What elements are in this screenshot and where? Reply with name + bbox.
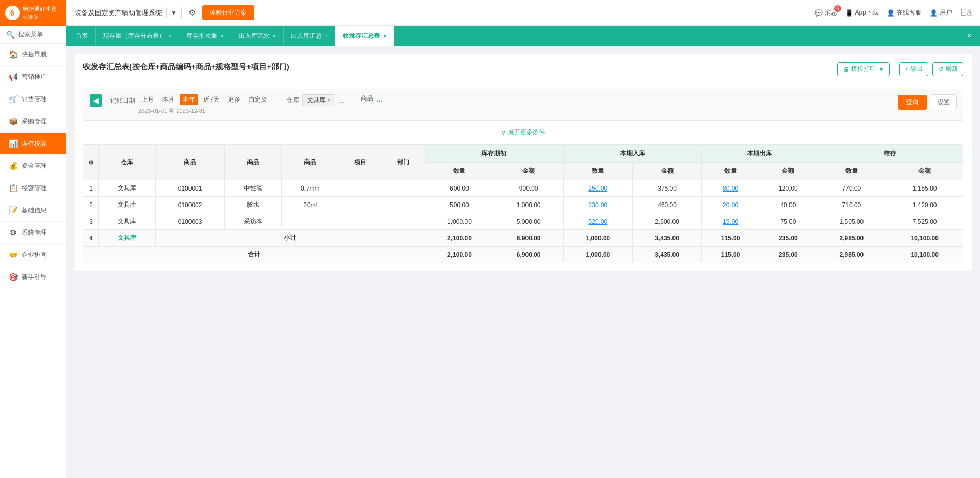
- tab-inout_flow[interactable]: 出入库流水×: [231, 26, 284, 46]
- custom-date-button[interactable]: 自定义: [245, 94, 270, 105]
- warehouse-filter-section: 仓库 文具库 × ...: [287, 94, 345, 106]
- topbar-right: 💬 消息 6 📱 App下载 👤 在线客服 👤 用户 Ea: [815, 7, 972, 18]
- th-gear[interactable]: ⚙: [83, 145, 99, 180]
- row-in-qty[interactable]: 250.00: [563, 180, 633, 197]
- this-month-button[interactable]: 本月: [159, 94, 178, 105]
- last-7days-button[interactable]: 近7天: [200, 94, 223, 105]
- goods-more-button[interactable]: ...: [376, 95, 383, 103]
- row-out-qty[interactable]: 20.00: [701, 197, 759, 213]
- sidebar-item-purchase[interactable]: 📦采购管理: [0, 110, 66, 133]
- system-dropdown[interactable]: ▼: [166, 7, 182, 19]
- row-num: 2: [83, 197, 99, 213]
- sidebar-item-quick_nav[interactable]: 🏠快捷导航: [0, 44, 66, 66]
- tab-close-icon[interactable]: ×: [273, 33, 276, 39]
- warehouse-more-button[interactable]: ...: [339, 96, 345, 105]
- sidebar-item-label: 企业协同: [22, 251, 47, 259]
- row-warehouse: 文具库: [99, 197, 156, 213]
- warehouse-tag-文具库[interactable]: 文具库 ×: [302, 94, 335, 106]
- sidebar-item-inventory[interactable]: 📊库存核算: [0, 133, 66, 155]
- row-out-amt: 120.00: [759, 180, 817, 197]
- th-open-qty: 数量: [425, 163, 494, 180]
- row-project: [339, 180, 382, 197]
- online-service-button[interactable]: 👤 在线客服: [887, 8, 922, 17]
- user-label: 用户: [940, 8, 952, 17]
- template-print-button[interactable]: 🖨 模板打印 ▼: [837, 62, 890, 76]
- row-out-qty[interactable]: 15.00: [701, 213, 759, 230]
- tab-close-icon[interactable]: ×: [168, 33, 171, 39]
- messages-button[interactable]: 💬 消息 6: [815, 8, 837, 17]
- user-icon: 👤: [930, 9, 938, 17]
- tab-home[interactable]: 首页: [68, 26, 96, 46]
- close-all-tabs-button[interactable]: ×: [961, 26, 978, 46]
- tab-close-icon[interactable]: ×: [325, 33, 328, 39]
- sidebar-item-basic_info[interactable]: 📝基础信息: [0, 199, 66, 222]
- filter-toggle-button[interactable]: ◀: [90, 94, 102, 107]
- export-button[interactable]: ↑ 导出: [899, 62, 928, 76]
- row-project: [339, 213, 382, 230]
- th-open-amt: 金额: [494, 163, 563, 180]
- quick_nav-icon: 🏠: [8, 50, 18, 59]
- tab-inventory_dist[interactable]: 现存量（库存分布表）×: [96, 26, 179, 46]
- topbar-expand-icon[interactable]: Ea: [960, 7, 972, 18]
- row-open-amt: 5,000.00: [494, 213, 563, 230]
- row-in-qty[interactable]: 230.00: [563, 197, 633, 213]
- this-year-button[interactable]: 本年: [180, 94, 198, 105]
- logo-title: 畅捷通好生意: [23, 5, 57, 13]
- tab-close-icon[interactable]: ×: [221, 33, 224, 39]
- purchase-icon: 📦: [8, 117, 18, 126]
- tab-batch[interactable]: 库存批次账×: [179, 26, 231, 46]
- settings-button[interactable]: 设置: [931, 94, 957, 110]
- table-row: 3 文具库 0100003 采访本 1,000.00 5,000.00 520.…: [83, 213, 963, 230]
- sidebar-item-sales[interactable]: 🛒销售管理: [0, 88, 66, 110]
- sidebar-item-search[interactable]: 🔍搜索菜单: [0, 26, 66, 44]
- sidebar-item-system[interactable]: ⚙系统管理: [0, 222, 66, 244]
- goods-filter-section: 商品 ...: [361, 94, 383, 103]
- refresh-button[interactable]: ↺ 刷新: [932, 62, 963, 76]
- table-row: 1 文具库 0100001 中性笔 0.7mm 600.00 900.00 25…: [83, 180, 963, 197]
- refresh-label: 刷新: [945, 65, 958, 74]
- refresh-icon: ↺: [938, 66, 943, 73]
- messages-badge: 6: [834, 5, 841, 12]
- sidebar-item-marketing[interactable]: 📢营销推广: [0, 66, 66, 88]
- subtotal-out-amt: 235.00: [759, 230, 817, 247]
- th-goods-code: 商品: [155, 145, 225, 180]
- row-spec: 20ml: [282, 197, 339, 213]
- filter-action-buttons: 查询 设置: [898, 94, 957, 110]
- settings-gear-icon[interactable]: ⚙: [186, 7, 198, 19]
- table-row: 2 文具库 0100002 胶水 20ml 500.00 1,000.00 23…: [83, 197, 963, 213]
- subtotal-out-qty: 115.00: [701, 230, 759, 247]
- row-code: 0100002: [155, 197, 225, 213]
- online-service-label: 在线客服: [897, 8, 922, 17]
- row-out-qty[interactable]: 80.00: [701, 180, 759, 197]
- tab-close-icon[interactable]: ×: [383, 33, 386, 39]
- try-industry-button[interactable]: 体验行业方案: [202, 5, 254, 20]
- row-in-qty[interactable]: 520.00: [563, 213, 633, 230]
- data-table: ⚙ 仓库 商品 商品 商品 项目 部门 库存期初 本期入库 本期出库 结存 数量…: [83, 144, 963, 263]
- app-download-button[interactable]: 📱 App下载: [845, 8, 879, 17]
- user-button[interactable]: 👤 用户: [930, 8, 952, 17]
- sidebar-item-label: 资金管理: [22, 162, 47, 170]
- warehouse-tag-close-icon[interactable]: ×: [328, 97, 331, 103]
- last-month-button[interactable]: 上月: [138, 94, 157, 105]
- more-date-button[interactable]: 更多: [225, 94, 243, 105]
- expand-conditions-button[interactable]: ∨ 展开更多条件: [501, 128, 545, 137]
- tab-label: 现存量（库存分布表）: [103, 32, 165, 40]
- row-open-qty: 600.00: [425, 180, 494, 197]
- tab-inout_summary[interactable]: 出入库汇总×: [284, 26, 336, 46]
- row-bal-qty: 1,505.00: [817, 213, 886, 230]
- tab-recv_send[interactable]: 收发存汇总表×: [335, 26, 394, 46]
- sidebar-logo: 6 畅捷通好生意 标准版: [0, 0, 66, 26]
- sidebar-item-cooperation[interactable]: 🤝企业协同: [0, 244, 66, 266]
- sidebar-item-new_guide[interactable]: 🎯新手引导: [0, 266, 66, 288]
- total-bal-amt: 10,100.00: [886, 247, 963, 263]
- sidebar-item-label: 快捷导航: [22, 50, 47, 59]
- row-open-qty: 500.00: [425, 197, 494, 213]
- query-button[interactable]: 查询: [898, 95, 927, 110]
- sidebar-item-operations[interactable]: 📋经营管理: [0, 177, 66, 199]
- sidebar-item-label: 搜索菜单: [18, 30, 43, 39]
- subtotal-in-qty: 1,000.00: [563, 230, 633, 247]
- th-bal-amt: 金额: [886, 163, 963, 180]
- row-open-qty: 1,000.00: [425, 213, 494, 230]
- row-open-amt: 900.00: [494, 180, 563, 197]
- sidebar-item-finance[interactable]: 💰资金管理: [0, 155, 66, 177]
